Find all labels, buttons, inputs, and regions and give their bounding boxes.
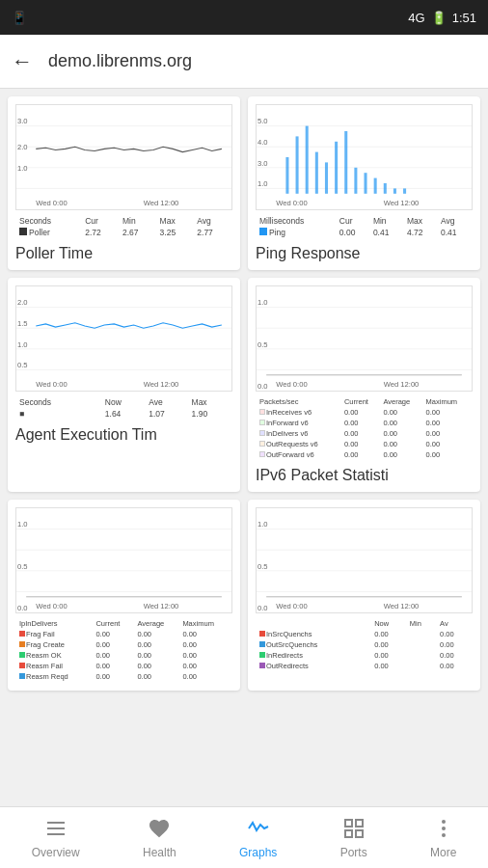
svg-rect-19 [306,126,309,194]
svg-text:Wed 12:00: Wed 12:00 [144,379,179,388]
nav-item-health[interactable]: Health [135,813,184,863]
svg-rect-28 [393,188,396,193]
svg-point-80 [442,827,446,830]
legend-ping: MillisecondsCurMinMaxAvg Ping 0.000.414.… [256,214,473,239]
status-right: 4G 🔋 1:51 [408,11,476,25]
graphs-grid: 3.0 2.0 1.0 Wed 0:00 Wed 12:00 SecondsCu… [8,96,480,691]
svg-rect-26 [374,178,377,194]
top-bar: ← demo.librenms.org [0,35,488,89]
svg-text:2.0: 2.0 [17,143,28,151]
nav-item-ports[interactable]: Ports [333,813,375,863]
legend-agent: SecondsNowAveMax ■1.641.071.90 [15,395,232,420]
svg-text:Wed 0:00: Wed 0:00 [36,198,68,206]
svg-rect-23 [344,131,347,194]
svg-rect-27 [384,183,387,194]
nav-label-graphs: Graphs [239,846,277,859]
svg-text:Wed 0:00: Wed 0:00 [36,379,68,388]
graph-icmp: 1.0 0.5 0.0 Wed 0:00 Wed 12:00 [256,507,473,613]
svg-text:Wed 12:00: Wed 12:00 [144,601,179,610]
svg-text:3.0: 3.0 [258,158,268,167]
status-left: 📱 [12,11,27,25]
svg-text:5.0: 5.0 [258,117,268,125]
sim-icon: 📱 [12,11,27,25]
graphs-icon [247,817,270,844]
svg-point-79 [442,820,446,824]
graph-poller-time: 3.0 2.0 1.0 Wed 0:00 Wed 12:00 [15,104,232,210]
svg-rect-18 [296,136,299,193]
back-button[interactable]: ← [12,49,33,74]
signal-label: 4G [408,11,424,25]
title-ipv6-packet: IPv6 Packet Statisti [256,467,473,484]
svg-text:Wed 0:00: Wed 0:00 [276,198,308,206]
nav-item-graphs[interactable]: Graphs [231,813,285,863]
nav-label-ports: Ports [340,846,367,859]
svg-rect-21 [325,162,328,193]
title-agent-execution: Agent Execution Tim [15,426,232,444]
nav-item-more[interactable]: More [422,813,464,863]
svg-point-81 [442,833,446,837]
title-ping-response: Ping Response [256,245,473,262]
svg-text:1.5: 1.5 [17,319,28,328]
svg-text:0.5: 0.5 [258,561,268,570]
svg-text:Wed 0:00: Wed 0:00 [36,601,68,610]
health-icon [148,817,171,844]
svg-text:Wed 12:00: Wed 12:00 [384,198,420,206]
svg-rect-29 [403,188,406,193]
status-bar: 📱 4G 🔋 1:51 [0,0,488,35]
graph-ping-response: 5.0 4.0 3.0 1.0 [256,104,473,210]
svg-text:1.0: 1.0 [258,179,268,188]
card-icmp: 1.0 0.5 0.0 Wed 0:00 Wed 12:00 NowMinAv … [248,500,480,691]
legend-icmp: NowMinAv InSrcQuenchs0.000.00 OutSrcQuen… [256,617,473,672]
main-content: 3.0 2.0 1.0 Wed 0:00 Wed 12:00 SecondsCu… [0,89,488,806]
nav-label-overview: Overview [32,846,80,859]
svg-rect-76 [356,820,363,827]
svg-rect-24 [354,168,357,194]
svg-text:Wed 0:00: Wed 0:00 [276,379,308,388]
page-title: demo.librenms.org [48,51,192,71]
svg-text:Wed 0:00: Wed 0:00 [276,601,308,610]
svg-text:0.5: 0.5 [17,361,28,369]
svg-text:4.0: 4.0 [258,138,268,147]
svg-text:0.0: 0.0 [17,604,28,612]
nav-label-more: More [430,846,456,859]
svg-text:1.0: 1.0 [17,520,28,529]
svg-text:3.0: 3.0 [17,117,28,125]
legend-ip-fragment: IpInDeliversCurrentAverageMaximum Frag F… [15,617,232,683]
card-ipv6-packet: 1.0 0.5 0.0 Wed 0:00 Wed 12:00 Packets/s… [248,278,480,492]
svg-text:Wed 12:00: Wed 12:00 [384,601,420,610]
svg-text:1.0: 1.0 [17,339,28,348]
graph-ipv6-packet: 1.0 0.5 0.0 Wed 0:00 Wed 12:00 [256,285,473,392]
svg-rect-17 [285,157,288,194]
battery-icon: 🔋 [431,11,447,25]
menu-icon [44,817,68,844]
svg-rect-75 [345,820,352,827]
bottom-nav: Overview Health Graphs Ports [0,806,488,868]
graph-agent-execution: 2.0 1.5 1.0 0.5 Wed 0:00 Wed 12:00 [15,285,232,392]
nav-label-health: Health [143,846,176,859]
svg-text:0.0: 0.0 [258,604,268,612]
ports-icon [342,817,366,844]
svg-rect-77 [345,830,352,837]
nav-item-overview[interactable]: Overview [24,813,88,863]
title-poller-time: Poller Time [15,245,232,262]
legend-ipv6: Packets/secCurrentAverageMaximum InRecei… [256,395,473,461]
card-agent-execution: 2.0 1.5 1.0 0.5 Wed 0:00 Wed 12:00 Secon… [8,278,240,492]
svg-text:1.0: 1.0 [258,520,268,529]
svg-rect-78 [356,830,363,837]
svg-text:2.0: 2.0 [17,298,28,307]
more-icon [432,817,455,844]
card-ping-response: 5.0 4.0 3.0 1.0 [248,96,480,270]
svg-text:0.5: 0.5 [17,561,28,570]
card-ip-fragment: 1.0 0.5 0.0 Wed 0:00 Wed 12:00 IpInDeliv… [8,500,240,691]
card-poller-time: 3.0 2.0 1.0 Wed 0:00 Wed 12:00 SecondsCu… [8,96,240,270]
svg-text:1.0: 1.0 [17,164,28,173]
svg-text:0.5: 0.5 [258,339,268,348]
legend-poller-time: SecondsCurMinMaxAvg Poller 2.722.673.252… [15,214,232,239]
svg-text:Wed 12:00: Wed 12:00 [384,379,420,388]
svg-text:1.0: 1.0 [258,298,268,307]
svg-rect-20 [315,152,318,194]
svg-rect-22 [335,142,338,194]
svg-rect-25 [365,173,367,194]
svg-text:Wed 12:00: Wed 12:00 [144,198,179,206]
time-label: 1:51 [452,11,476,25]
